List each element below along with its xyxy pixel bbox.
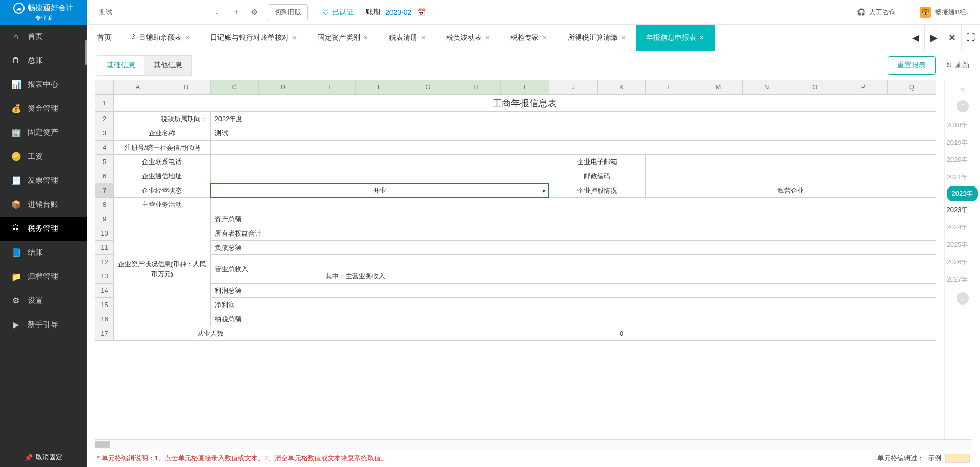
user-name[interactable]: 畅捷通B组...: [935, 8, 972, 17]
cloud-icon: ☁: [13, 3, 24, 14]
sidebar-item[interactable]: 📦进销台账: [0, 193, 87, 217]
horizontal-scrollbar[interactable]: [95, 439, 972, 449]
column-header[interactable]: J: [549, 80, 597, 95]
close-icon[interactable]: ✕: [485, 34, 490, 41]
company-dropdown[interactable]: 测试 ⌄: [99, 8, 220, 17]
calendar-icon: 📅: [416, 8, 425, 16]
sidebar-item[interactable]: 🗒总账: [0, 49, 87, 73]
tab[interactable]: 首页: [87, 25, 121, 51]
nav-icon: ▶: [11, 320, 20, 330]
column-header[interactable]: I: [501, 80, 549, 95]
sidebar-item[interactable]: 🪙工资: [0, 145, 87, 169]
tab[interactable]: 所得税汇算清缴✕: [557, 25, 636, 51]
gear-icon[interactable]: ⚙: [251, 7, 258, 17]
column-header[interactable]: M: [694, 80, 743, 95]
year-item[interactable]: 2019年: [947, 134, 978, 151]
rail-collapse-icon[interactable]: «: [961, 85, 965, 93]
sidebar-item[interactable]: 📊报表中心: [0, 73, 87, 97]
close-icon[interactable]: ✕: [621, 34, 626, 41]
tab[interactable]: 年报信息申报表✕: [636, 25, 715, 51]
column-header[interactable]: K: [597, 80, 646, 95]
column-header[interactable]: P: [839, 80, 888, 95]
tab[interactable]: 税负波动表✕: [436, 25, 500, 51]
add-icon[interactable]: ＋: [232, 7, 240, 17]
sidebar-item[interactable]: 📁归档管理: [0, 265, 87, 289]
year-rail: « ⌃ 2018年2019年2020年2021年2022年2023年2024年2…: [944, 80, 980, 439]
column-header[interactable]: C: [210, 80, 259, 95]
logo[interactable]: ☁ 畅捷通好会计 专业版: [0, 0, 87, 25]
sidebar-item[interactable]: 💰资金管理: [0, 97, 87, 121]
support-button[interactable]: 🎧 人工咨询: [857, 8, 896, 17]
tab[interactable]: 固定资产类别✕: [307, 25, 379, 51]
year-item[interactable]: 2021年: [947, 169, 978, 186]
shield-icon: 🛡: [322, 8, 329, 16]
year-scroll-down[interactable]: ⌄: [957, 292, 969, 305]
year-item[interactable]: 2025年: [947, 236, 978, 253]
brand-edition: 专业版: [35, 14, 52, 22]
year-scroll-up[interactable]: ⌃: [957, 100, 969, 112]
close-icon[interactable]: ✕: [292, 34, 297, 41]
close-icon[interactable]: ✕: [699, 34, 704, 41]
year-item[interactable]: 2026年: [947, 253, 978, 271]
sidebar-item[interactable]: 🏛税务管理: [0, 217, 87, 241]
year-item[interactable]: 2027年: [947, 271, 978, 288]
year-item[interactable]: 2020年: [947, 151, 978, 169]
column-header[interactable]: G: [404, 80, 452, 95]
legend-swatch: [945, 454, 970, 463]
column-header[interactable]: A: [114, 80, 162, 95]
sidebar-item[interactable]: ⌂首页: [0, 25, 87, 49]
close-icon[interactable]: ✕: [542, 34, 547, 41]
nav-icon: 📁: [11, 272, 20, 282]
tab[interactable]: 税检专家✕: [500, 25, 557, 51]
avatar[interactable]: 🐯: [920, 7, 931, 18]
refresh-button[interactable]: ↻ 刷新: [946, 61, 970, 70]
sub-tabs: 基础信息 其他信息: [97, 55, 192, 76]
sidebar-handle[interactable]: [85, 40, 87, 65]
unpin-button[interactable]: 📌 取消固定: [0, 448, 87, 467]
year-item[interactable]: 2018年: [947, 116, 978, 134]
business-status-dropdown[interactable]: 开业▼: [210, 183, 549, 198]
spreadsheet[interactable]: ABCDEFGHIJKLMNOPQ 1工商年报信息表 2税款所属期间：2022年…: [87, 80, 944, 439]
column-header[interactable]: Q: [888, 80, 936, 95]
column-header[interactable]: F: [355, 80, 404, 95]
year-item[interactable]: 2023年: [947, 201, 978, 219]
subtab-other[interactable]: 其他信息: [144, 56, 191, 75]
tab[interactable]: 税表清册✕: [379, 25, 436, 51]
column-header[interactable]: D: [259, 80, 307, 95]
column-header[interactable]: O: [791, 80, 839, 95]
column-header[interactable]: L: [646, 80, 694, 95]
fullscreen-icon[interactable]: ⛶: [962, 25, 980, 51]
reset-button[interactable]: 重置报表: [888, 56, 936, 75]
tab[interactable]: 斗目辅助余额表✕: [121, 25, 200, 51]
close-icon[interactable]: ✕: [185, 34, 190, 41]
nav-icon: 🏛: [11, 224, 20, 233]
tab-bar: 首页斗目辅助余额表✕日记账与银行对账单核对✕固定资产类别✕税表清册✕税负波动表✕…: [87, 25, 980, 51]
year-item[interactable]: 2022年: [947, 186, 978, 201]
corner-cell[interactable]: [95, 80, 114, 95]
tab-scroll-right[interactable]: ▶: [925, 25, 943, 51]
column-header[interactable]: E: [307, 80, 356, 95]
tab-close-all[interactable]: ✕: [943, 25, 962, 51]
close-icon[interactable]: ✕: [421, 34, 426, 41]
column-header[interactable]: H: [452, 80, 501, 95]
sidebar-item[interactable]: 🏢固定资产: [0, 121, 87, 145]
sidebar-item[interactable]: 📘结账: [0, 241, 87, 265]
subtab-basic[interactable]: 基础信息: [97, 56, 144, 75]
sidebar-item[interactable]: 🧾发票管理: [0, 169, 87, 193]
sidebar-item[interactable]: ⚙设置: [0, 289, 87, 313]
switch-old-button[interactable]: 切到旧版: [268, 4, 308, 20]
sheet-title: 工商年报信息表: [114, 95, 936, 112]
tab[interactable]: 日记账与银行对账单核对✕: [200, 25, 307, 51]
close-icon[interactable]: ✕: [363, 34, 369, 41]
sidebar-item[interactable]: ▶新手引导: [0, 313, 87, 337]
nav-icon: 📊: [11, 80, 20, 89]
row-header[interactable]: 1: [95, 95, 114, 112]
column-header[interactable]: B: [162, 80, 210, 95]
accounting-period[interactable]: 账期 2023-02 📅: [366, 8, 425, 17]
sidebar: ⌂首页🗒总账📊报表中心💰资金管理🏢固定资产🪙工资🧾发票管理📦进销台账🏛税务管理📘…: [0, 25, 87, 467]
nav-icon: 📦: [11, 200, 20, 209]
tab-scroll-left[interactable]: ◀: [906, 25, 925, 51]
year-item[interactable]: 2024年: [947, 219, 978, 236]
brand-name: 畅捷通好会计: [28, 3, 74, 13]
column-header[interactable]: N: [742, 80, 791, 95]
